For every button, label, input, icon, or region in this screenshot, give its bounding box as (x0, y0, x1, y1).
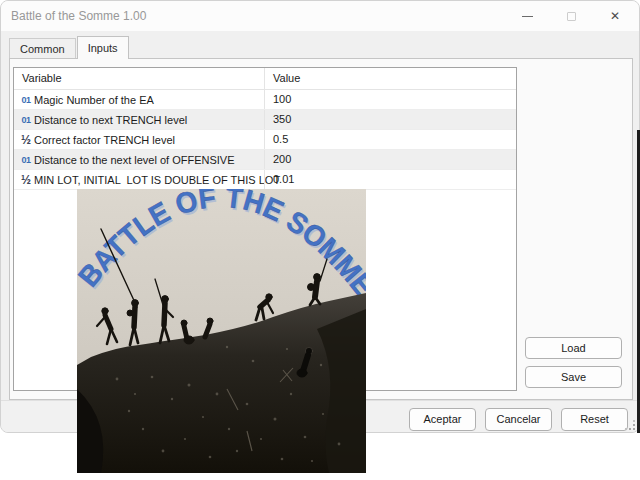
minimize-button[interactable] (505, 1, 549, 31)
variable-label: Correct factor TRENCH level (34, 134, 175, 146)
value-cell[interactable]: 200 (264, 150, 516, 169)
titlebar[interactable]: Battle of the Somme 1.00 ✕ (1, 1, 639, 31)
tab-common[interactable]: Common (9, 38, 76, 59)
tab-strip: Common Inputs (9, 37, 130, 59)
table-row[interactable]: ½Correct factor TRENCH level 0.5 (14, 130, 516, 150)
value-cell[interactable]: 0.5 (264, 130, 516, 149)
variable-cell: 01Magic Number of the EA (14, 90, 264, 109)
value-cell[interactable]: 100 (264, 90, 516, 109)
variable-cell: 01Distance to next TRENCH level (14, 110, 264, 129)
maximize-icon (567, 12, 576, 21)
table-row[interactable]: 01Distance to the next level of OFFENSIV… (14, 150, 516, 170)
variable-label: Distance to the next level of OFFENSIVE (34, 154, 235, 166)
battle-of-the-somme-image: BATTLE OF THE SOMME BATTLE OF THE SOMME (77, 189, 366, 473)
variable-label: Distance to next TRENCH level (34, 114, 187, 126)
screenshot-stage: Battle of the Somme 1.00 ✕ Common Inputs (0, 0, 640, 480)
resize-grip-icon[interactable] (625, 420, 635, 430)
table-row[interactable]: ½MIN LOT, INITIAL LOT IS DOUBLE OF THIS … (14, 170, 516, 190)
accept-button[interactable]: Aceptar (409, 408, 476, 431)
column-header-variable[interactable]: Variable (14, 68, 264, 89)
close-button[interactable]: ✕ (593, 1, 637, 31)
minimize-icon (522, 16, 533, 17)
tab-inputs[interactable]: Inputs (77, 36, 129, 59)
table-row[interactable]: 01Distance to next TRENCH level 350 (14, 110, 516, 130)
maximize-button[interactable] (549, 1, 593, 31)
double-type-icon: ½ (18, 173, 34, 187)
variable-cell: 01Distance to the next level of OFFENSIV… (14, 150, 264, 169)
integer-type-icon: 01 (18, 115, 34, 125)
somme-photo-illustration: BATTLE OF THE SOMME BATTLE OF THE SOMME (77, 189, 366, 473)
value-cell[interactable]: 0.01 (264, 170, 516, 189)
close-icon: ✕ (610, 9, 620, 23)
variable-label: MIN LOT, INITIAL LOT IS DOUBLE OF THIS L… (34, 174, 280, 186)
cancel-button[interactable]: Cancelar (485, 408, 552, 431)
double-type-icon: ½ (18, 133, 34, 147)
integer-type-icon: 01 (18, 95, 34, 105)
window-controls: ✕ (505, 1, 637, 31)
integer-type-icon: 01 (18, 155, 34, 165)
variable-label: Magic Number of the EA (34, 94, 154, 106)
variable-cell: ½Correct factor TRENCH level (14, 130, 264, 149)
column-header-value[interactable]: Value (264, 68, 516, 89)
load-button[interactable]: Load (525, 337, 622, 359)
table-row[interactable]: 01Magic Number of the EA 100 (14, 90, 516, 110)
variable-cell: ½MIN LOT, INITIAL LOT IS DOUBLE OF THIS … (14, 170, 264, 189)
save-button[interactable]: Save (525, 366, 622, 388)
table-header: Variable Value (14, 68, 516, 90)
window-title: Battle of the Somme 1.00 (11, 1, 146, 31)
reset-button[interactable]: Reset (561, 408, 628, 431)
value-cell[interactable]: 350 (264, 110, 516, 129)
